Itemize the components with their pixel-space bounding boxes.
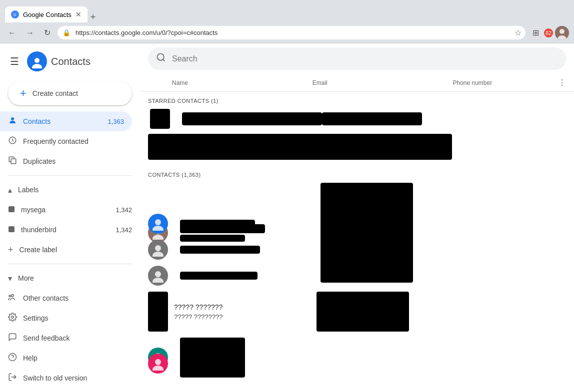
create-contact-button[interactable]: + Create contact — [8, 81, 132, 105]
svg-point-25 — [152, 226, 164, 231]
sidebar-item-contacts[interactable]: Contacts 1,363 — [0, 111, 132, 131]
svg-point-6 — [34, 58, 40, 63]
svg-line-21 — [163, 59, 165, 61]
th-name: Name — [148, 79, 312, 86]
send-feedback-label: Send feedback — [23, 334, 70, 342]
address-bar-container: 🔒 ☆ — [58, 26, 526, 39]
contacts-list: STARRED CONTACTS (1) CONTACTS (1,363) — [140, 92, 574, 392]
settings-label: Settings — [23, 314, 48, 322]
back-button[interactable]: ← — [5, 26, 19, 39]
notification-badge: 82 — [544, 28, 553, 37]
avatar — [150, 109, 170, 129]
bookmark-button[interactable]: ☆ — [514, 28, 522, 37]
search-wrapper — [148, 47, 566, 70]
table-row[interactable] — [148, 106, 566, 132]
avatar — [148, 240, 168, 260]
avatar — [148, 214, 168, 234]
sidebar-item-send-feedback[interactable]: Send feedback — [0, 328, 132, 348]
contact-name-2: ????? ???????? — [174, 313, 316, 321]
contact-name-redacted — [180, 338, 245, 378]
svg-point-15 — [9, 295, 11, 297]
help-label: Help — [23, 354, 38, 362]
sidebar-item-frequently-contacted[interactable]: Frequently contacted — [0, 131, 132, 151]
svg-point-29 — [152, 278, 164, 283]
svg-point-28 — [155, 271, 161, 277]
table-row[interactable]: ????? ??????? ????? ???????? — [148, 289, 566, 335]
browser-toolbar: ← → ↻ 🔒 ☆ ⊞ 82 — [0, 22, 574, 43]
svg-point-32 — [155, 359, 161, 365]
mysega-label: mysega — [21, 206, 46, 214]
sidebar-item-switch-old[interactable]: Switch to old version — [0, 368, 132, 388]
label-thunderbird[interactable]: thunderbird 1,342 — [0, 220, 140, 240]
th-more-button[interactable]: ⋮ — [558, 78, 566, 87]
other-contacts-label: Other contacts — [23, 294, 68, 302]
new-tab-button[interactable]: + — [88, 12, 99, 22]
refresh-button[interactable]: ↻ — [41, 26, 54, 39]
svg-point-33 — [152, 366, 164, 371]
search-input[interactable] — [172, 54, 558, 63]
svg-point-27 — [152, 252, 164, 257]
tab-favicon: G — [11, 10, 19, 18]
extensions-button[interactable]: ⊞ — [530, 26, 542, 39]
contact-email-redacted — [322, 112, 422, 125]
svg-point-8 — [11, 117, 14, 120]
thunderbird-label: thunderbird — [21, 226, 56, 234]
other-contacts-icon — [8, 293, 17, 304]
app-container: ☰ Contacts + Create contact — [0, 43, 574, 392]
sidebar-item-settings[interactable]: Settings — [0, 308, 132, 328]
sidebar: ☰ Contacts + Create contact — [0, 43, 140, 392]
sidebar-header: ☰ Contacts — [0, 47, 140, 75]
active-tab[interactable]: G Google Contacts ✕ — [5, 6, 88, 22]
more-section-toggle[interactable]: ▾ More — [0, 268, 140, 288]
duplicates-icon — [8, 156, 17, 167]
sidebar-item-other-contacts[interactable]: Other contacts — [0, 288, 132, 308]
sidebar-item-duplicates[interactable]: Duplicates — [0, 151, 132, 171]
table-header: Name Email Phone number ⋮ — [140, 74, 574, 92]
starred-section-label: STARRED CONTACTS (1) — [148, 92, 566, 106]
svg-point-23 — [152, 235, 164, 240]
svg-text:G: G — [14, 13, 16, 16]
search-bar — [148, 47, 566, 70]
browser-tabs: G Google Contacts ✕ + — [5, 0, 98, 22]
svg-rect-13 — [8, 226, 14, 232]
sidebar-divider-2 — [8, 264, 132, 264]
th-phone: Phone number — [452, 79, 558, 86]
contact-name-redacted — [182, 112, 322, 125]
svg-point-16 — [12, 316, 14, 318]
create-contact-label: Create contact — [32, 89, 78, 97]
avatar-redacted — [148, 292, 168, 332]
chevron-up-icon: ▴ — [8, 185, 12, 195]
forward-button[interactable]: → — [23, 26, 37, 39]
tab-close-button[interactable]: ✕ — [76, 10, 82, 18]
sidebar-item-help[interactable]: Help — [0, 348, 132, 368]
label-mysega[interactable]: mysega 1,342 — [0, 200, 140, 220]
app-title: Contacts — [51, 56, 90, 67]
contact-detail-redacted — [180, 235, 245, 242]
more-label: More — [18, 274, 34, 282]
labels-section-header[interactable]: ▴ Labels — [0, 180, 140, 200]
thunderbird-dot-icon — [8, 225, 15, 235]
plus-icon: + — [20, 87, 26, 100]
contacts-count: 1,363 — [108, 118, 124, 125]
contacts-label: Contacts — [23, 117, 50, 125]
avatar — [148, 266, 168, 286]
thunderbird-count: 1,342 — [116, 226, 132, 234]
search-icon — [156, 52, 166, 65]
create-label-text: Create label — [20, 246, 58, 254]
profile-avatar[interactable] — [555, 26, 569, 40]
contact-name-redacted — [180, 272, 258, 280]
browser-chrome: G Google Contacts ✕ + — [0, 0, 574, 22]
create-label-button[interactable]: + Create label — [0, 240, 140, 260]
sidebar-divider-1 — [8, 175, 132, 176]
address-input[interactable] — [58, 26, 526, 39]
help-icon — [8, 353, 17, 364]
starred-contact-block[interactable] — [148, 134, 566, 160]
contact-email-redacted — [316, 292, 409, 332]
mysega-dot-icon — [8, 205, 15, 215]
avatar — [148, 354, 168, 374]
hamburger-button[interactable]: ☰ — [8, 53, 21, 69]
svg-point-14 — [12, 294, 14, 297]
logo-icon — [27, 51, 47, 71]
contact-email-redacted — [320, 183, 413, 283]
contact-name-redacted — [180, 246, 260, 254]
